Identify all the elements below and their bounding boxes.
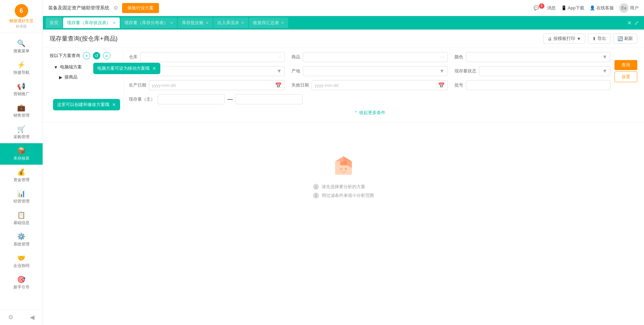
tab-expand-icon[interactable]: ⤢ — [634, 20, 639, 26]
sidebar-item-purchase[interactable]: 🛒 采购管理 — [0, 122, 43, 143]
arrow-icon-color: ▼ — [602, 54, 607, 60]
arrow-icon-size: ▼ — [276, 68, 282, 74]
sidebar-item-system-label: 系统管理 — [13, 241, 30, 247]
exp-date-input[interactable]: yyyy-mm-dd 📅 — [312, 80, 447, 90]
tab-inout[interactable]: 出入库流水 ✕ — [213, 17, 248, 28]
add-tooltip-text: 电脑方案可设为移动方案哦 — [97, 65, 150, 71]
goods-select[interactable]: ··· — [303, 52, 447, 62]
sidebar-item-sales[interactable]: 💼 销售管理 — [0, 100, 43, 122]
app-label: App下载 — [568, 5, 584, 11]
topbar: 装备及固定资产辅助管理系统 ⚙ 体验行业方案 💬 9 消息 📱 App下载 👤 … — [43, 0, 644, 16]
filter-header: 按以下方案查询 + ↺ « — [50, 52, 119, 59]
sidebar-item-purchase-label: 采购管理 — [13, 134, 30, 140]
online-service-item[interactable]: 👤 在线客服 — [590, 5, 614, 11]
sidebar-item-quick[interactable]: ⚡ 快捷导航 — [0, 57, 43, 79]
message-item[interactable]: 💬 9 消息 — [534, 5, 556, 11]
sidebar-item-finance[interactable]: 💰 资金管理 — [0, 165, 43, 186]
collapse-label: 收起更多条件 — [359, 110, 385, 116]
color-select[interactable]: ▼ — [466, 52, 610, 62]
batch-label: 批号 — [454, 82, 463, 88]
tab-home[interactable]: 首页 — [46, 17, 62, 28]
empty-illustration — [328, 150, 359, 180]
tab-inventory-dist-label: 现存量（库存分布表） — [124, 20, 168, 26]
stock-min-input[interactable] — [158, 94, 225, 104]
refresh-btn[interactable]: 🔄 刷新 — [613, 34, 637, 44]
quick-icon: ⚡ — [17, 61, 25, 69]
sidebar-item-operations[interactable]: 📊 经营管理 — [0, 186, 43, 208]
tab-close-all-icon[interactable]: ✕ — [627, 20, 632, 26]
origin-label: 产地 — [291, 68, 300, 74]
settings-btn[interactable]: 设置 — [614, 71, 637, 82]
tab-inventory-dist-close[interactable]: ✕ — [170, 21, 173, 25]
sidebar-item-basic[interactable]: 📋 基础信息 — [0, 208, 43, 229]
page-header: 现存量查询(按仓库+商品) 🖨 按模板打印 ▼ ⬆ 导出 🔄 刷新 — [43, 30, 644, 48]
tab-inventory-status-close[interactable]: ✕ — [113, 21, 116, 25]
tab-batch-close[interactable]: ✕ — [206, 21, 209, 25]
step-1-num: 1 — [313, 184, 319, 190]
sidebar-item-system[interactable]: ⚙️ 系统管理 — [0, 229, 43, 251]
export-btn[interactable]: ⬆ 导出 — [588, 34, 610, 44]
filter-cell-goods: 商品 ··· — [291, 52, 447, 62]
batch-input[interactable] — [466, 80, 610, 90]
size-select[interactable]: ▼ — [140, 66, 285, 76]
collapse-btn[interactable]: ⌃ 收起更多条件 — [129, 107, 610, 118]
trial-btn[interactable]: 体验行业方案 — [122, 3, 159, 13]
refresh-label: 刷新 — [624, 36, 633, 42]
print-btn[interactable]: 🖨 按模板打印 ▼ — [543, 34, 585, 44]
pc-item-1-label: 接商品 — [64, 74, 77, 80]
app-download-item[interactable]: 📱 App下载 — [561, 5, 584, 11]
tab-actions: ✕ ⤢ — [627, 20, 641, 26]
add-tooltip-bubble: 电脑方案可设为移动方案哦 ✕ — [93, 63, 160, 74]
message-label: 消息 — [547, 5, 556, 11]
collapse-icon[interactable]: ◀ — [30, 314, 35, 321]
sidebar-item-marketing-label: 营销推广 — [13, 91, 30, 97]
exp-date-label: 失效日期 — [291, 82, 309, 88]
tab-inventory-status[interactable]: 现存量（库存状况表） ✕ — [63, 17, 120, 28]
tab-inout-close[interactable]: ✕ — [241, 21, 244, 25]
settings-bottom-icon[interactable]: ⚙ — [8, 314, 13, 321]
sidebar-item-enterprise[interactable]: 🤝 企业协同 — [0, 251, 43, 272]
origin-select[interactable]: ▼ — [303, 66, 447, 76]
add-tooltip-close[interactable]: ✕ — [152, 66, 156, 71]
export-label: 导出 — [597, 36, 606, 42]
page-container: 现存量查询(按仓库+商品) 🖨 按模板打印 ▼ ⬆ 导出 🔄 刷新 — [43, 30, 644, 325]
tab-batch[interactable]: 库存批次账 ✕ — [178, 17, 213, 28]
system-title: 装备及固定资产辅助管理系统 — [48, 5, 109, 11]
warehouse-select[interactable]: ··· — [140, 52, 285, 62]
svg-point-5 — [345, 168, 347, 170]
scheme-tooltip-close[interactable]: ✕ — [112, 102, 116, 107]
filter-cell-color: 颜色 ▼ — [454, 52, 610, 62]
stock-max-input[interactable] — [235, 94, 303, 104]
dots-icon-warehouse: ··· — [277, 54, 282, 60]
tab-home-label: 首页 — [50, 20, 58, 26]
stock-status-select[interactable]: ▼ — [479, 66, 610, 76]
search-btn[interactable]: 查询 — [614, 60, 637, 70]
sidebar-item-inventory[interactable]: 📦 库存核算 — [0, 143, 43, 165]
tab-collect-close[interactable]: ✕ — [281, 21, 284, 25]
logo-title: 畅捷通好生意 — [9, 18, 34, 24]
prod-date-input[interactable]: yyyy-mm-dd 📅 — [149, 80, 285, 90]
empty-step-2: 2 用过滤条件来缩小分析范围 — [313, 193, 374, 199]
arrow-icon-stock-status: ▼ — [602, 68, 607, 74]
sidebar-item-search[interactable]: 🔍 搜索菜单 — [0, 36, 43, 57]
system-icon: ⚙️ — [17, 232, 25, 240]
sidebar-item-marketing[interactable]: 📢 营销推广 — [0, 79, 43, 100]
sidebar-item-inventory-label: 库存核算 — [13, 156, 30, 161]
filter-cell-origin: 产地 ▼ — [291, 66, 447, 76]
enterprise-icon: 🤝 — [17, 254, 25, 262]
topbar-settings-icon[interactable]: ⚙ — [113, 5, 118, 11]
tab-inventory-dist[interactable]: 现存量（库存分布表） ✕ — [120, 17, 177, 28]
basic-icon: 📋 — [17, 211, 25, 219]
back-icon-btn[interactable]: « — [103, 52, 110, 59]
arrow-icon-origin: ▼ — [439, 68, 445, 74]
query-buttons: 查询 设置 — [610, 60, 637, 82]
main-area: 装备及固定资产辅助管理系统 ⚙ 体验行业方案 💬 9 消息 📱 App下载 👤 … — [43, 0, 644, 325]
export-icon: ⬆ — [592, 36, 596, 41]
add-scheme-btn[interactable]: + — [83, 52, 90, 59]
refresh-scheme-btn[interactable]: ↺ — [93, 52, 100, 59]
calendar-icon-exp: 📅 — [438, 82, 445, 89]
sidebar-item-newbie[interactable]: 🎯 新手引导 — [0, 272, 43, 293]
user-item[interactable]: Ea 用户 — [619, 3, 639, 13]
newbie-icon: 🎯 — [17, 275, 25, 283]
tab-collect[interactable]: 收发存汇总表 ✕ — [249, 17, 288, 28]
